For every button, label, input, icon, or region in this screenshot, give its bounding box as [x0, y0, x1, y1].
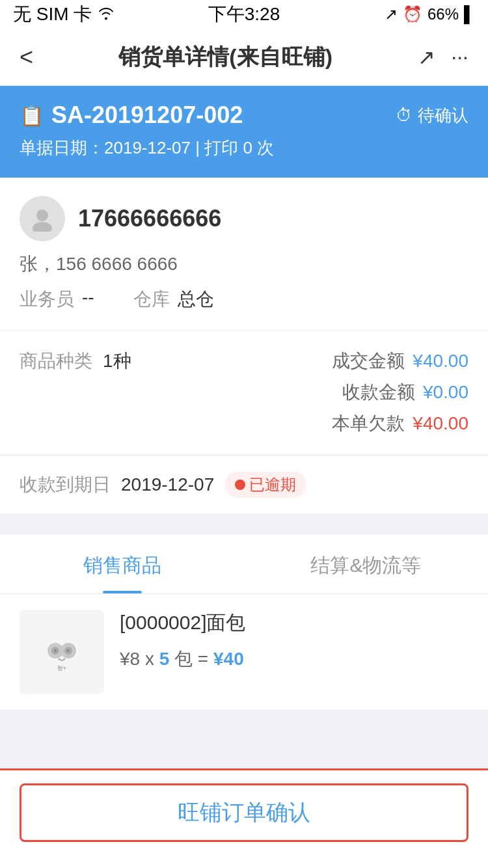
nav-actions: ↗ ···: [418, 45, 468, 70]
product-name: [0000002]面包: [120, 610, 468, 636]
nav-bar: < 销货单详情(来自旺铺) ↗ ···: [0, 29, 488, 86]
product-types-label: 商品种类: [20, 349, 92, 373]
carrier-text: 无 SIM 卡: [13, 2, 92, 27]
clock-icon: ⏱: [396, 105, 413, 126]
battery-icon: ▌: [464, 5, 475, 23]
page-title: 销货单详情(来自旺铺): [118, 42, 332, 72]
tab-products[interactable]: 销售商品: [0, 534, 244, 593]
owing-label: 本单欠款: [332, 411, 405, 436]
svg-point-0: [36, 210, 48, 221]
status-left: 无 SIM 卡: [13, 2, 115, 27]
confirm-btn-wrap: 旺铺订单确认: [0, 768, 488, 868]
order-date: 单据日期：2019-12-07 | 打印 0 次: [20, 137, 468, 159]
thick-divider: [0, 513, 488, 524]
status-bar: 无 SIM 卡 下午3:28 ↗ ⏰ 66% ▌: [0, 0, 488, 29]
quantity: 5: [159, 649, 170, 669]
received-value: ¥0.00: [423, 382, 468, 403]
tabs-row: 销售商品 结算&物流等: [0, 534, 488, 594]
battery-text: 66%: [427, 5, 459, 23]
salesperson-label: 业务员: [20, 287, 74, 312]
product-info: [0000002]面包 ¥8 x 5 包 = ¥40: [120, 610, 468, 671]
order-icon: 📋: [20, 104, 44, 127]
due-label: 收款到期日: [20, 472, 111, 497]
svg-text:智+: 智+: [57, 665, 66, 671]
overdue-badge: 已逾期: [224, 472, 306, 498]
received-row: 收款金额 ¥0.00: [342, 380, 468, 405]
product-types-value: 1种: [103, 349, 131, 373]
equals-sign: =: [198, 649, 213, 669]
order-header-card: 📋 SA-20191207-002 ⏱ 待确认 单据日期：2019-12-07 …: [0, 86, 488, 178]
warehouse-field: 仓库 总仓: [133, 287, 214, 312]
amount-value: ¥40.00: [413, 351, 468, 372]
confirm-order-button[interactable]: 旺铺订单确认: [20, 783, 468, 842]
received-label: 收款金额: [342, 380, 415, 405]
product-section: 智+ [0000002]面包 ¥8 x 5 包 = ¥40: [0, 594, 488, 710]
total-price: ¥40: [213, 649, 244, 669]
due-date-section: 收款到期日 2019-12-07 已逾期: [0, 456, 488, 513]
section-divider-2: [0, 454, 488, 455]
summary-section: 商品种类 1种 成交金额 ¥40.00 收款金额 ¥0.00 本单欠款 ¥40.…: [0, 331, 488, 454]
salesperson-value: --: [82, 287, 94, 312]
unit-price: ¥8: [120, 649, 140, 669]
avatar: [20, 196, 65, 241]
wifi-icon: [97, 4, 115, 25]
customer-section: 17666666666 张，156 6666 6666 业务员 -- 仓库 总仓: [0, 178, 488, 330]
overdue-dot-icon: [235, 480, 245, 490]
svg-point-1: [33, 222, 52, 232]
status-right: ↗ ⏰ 66% ▌: [385, 5, 475, 23]
overdue-text: 已逾期: [249, 474, 296, 495]
multiply-sign: x: [145, 649, 159, 669]
owing-row: 本单欠款 ¥40.00: [332, 411, 468, 436]
order-id: 📋 SA-20191207-002: [20, 102, 243, 129]
salesperson-field: 业务员 --: [20, 287, 94, 312]
due-date-value: 2019-12-07: [121, 474, 214, 495]
share-button[interactable]: ↗: [418, 45, 435, 70]
status-time: 下午3:28: [208, 2, 280, 27]
product-types: 商品种类 1种: [20, 349, 131, 373]
svg-point-6: [54, 649, 57, 652]
product-item: 智+ [0000002]面包 ¥8 x 5 包 = ¥40: [20, 610, 468, 694]
unit: 包: [174, 649, 193, 669]
tab-settlement[interactable]: 结算&物流等: [244, 534, 488, 593]
customer-meta: 业务员 -- 仓库 总仓: [20, 287, 468, 312]
amounts: 成交金额 ¥40.00 收款金额 ¥0.00 本单欠款 ¥40.00: [332, 349, 468, 436]
alarm-icon: ⏰: [403, 5, 422, 23]
back-button[interactable]: <: [20, 44, 33, 71]
customer-name: 张，156 6666 6666: [20, 252, 468, 277]
svg-point-7: [67, 649, 70, 652]
amount-row: 成交金额 ¥40.00: [332, 349, 468, 373]
warehouse-label: 仓库: [133, 287, 170, 312]
order-status: ⏱ 待确认: [396, 104, 468, 127]
customer-phone: 17666666666: [78, 205, 221, 232]
location-icon: ↗: [385, 5, 398, 23]
more-button[interactable]: ···: [451, 45, 468, 69]
owing-value: ¥40.00: [413, 413, 468, 434]
tabs-section: 销售商品 结算&物流等 智+ [000: [0, 534, 488, 710]
product-price: ¥8 x 5 包 = ¥40: [120, 647, 468, 671]
amount-label: 成交金额: [332, 349, 405, 373]
product-thumbnail: 智+: [20, 610, 104, 694]
warehouse-value: 总仓: [178, 287, 214, 312]
